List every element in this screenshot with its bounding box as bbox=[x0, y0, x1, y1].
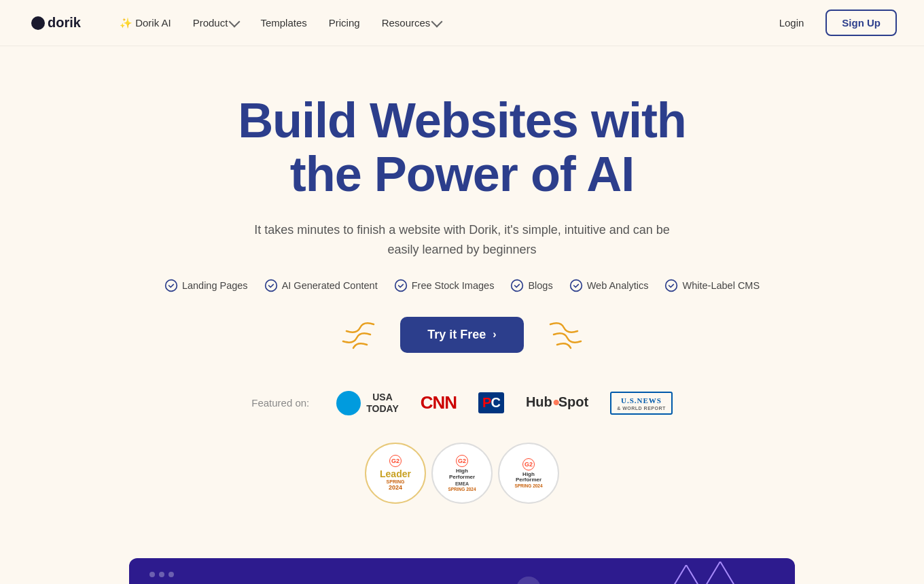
svg-text:dorik: dorik bbox=[48, 15, 82, 30]
feature-label: Landing Pages bbox=[182, 280, 248, 291]
g2-leader-badge: G2 Leader SPRING 2024 bbox=[365, 443, 426, 504]
g2-logo-icon: G2 bbox=[456, 455, 468, 467]
g2-high-performer-emea-badge: G2 HighPerformer EMEA SPRING 2024 bbox=[431, 443, 493, 504]
nav-links: ✨ Dorik AI Product Templates Pricing Res… bbox=[110, 12, 450, 35]
nav-resources[interactable]: Resources bbox=[372, 12, 451, 34]
preview-circle-decoration bbox=[516, 577, 541, 584]
check-icon bbox=[664, 279, 678, 292]
preview-dot bbox=[149, 572, 155, 577]
nav-templates[interactable]: Templates bbox=[251, 12, 316, 34]
usnews-logo: U.S.NEWS & WORLD REPORT bbox=[610, 392, 673, 415]
usatoday-circle bbox=[336, 391, 361, 415]
feature-ai-content: AI Generated Content bbox=[264, 279, 378, 292]
preview-dot bbox=[168, 572, 174, 577]
feature-label: Web Analytics bbox=[587, 280, 649, 291]
login-button[interactable]: Login bbox=[766, 12, 818, 34]
check-icon bbox=[264, 279, 278, 292]
pc-magazine-logo: PC bbox=[478, 392, 504, 413]
badge-season: SPRING bbox=[387, 479, 405, 484]
usnews-text: U.S.NEWS & WORLD REPORT bbox=[617, 395, 666, 411]
feature-label: Free Stock Images bbox=[412, 280, 495, 291]
badge-year: 2024 bbox=[389, 484, 402, 491]
logo[interactable]: dorik bbox=[27, 12, 88, 34]
arrow-right-icon: › bbox=[493, 328, 496, 341]
badge-title: HighPerformer bbox=[516, 472, 541, 484]
feature-white-label: White-Label CMS bbox=[664, 279, 760, 292]
usatoday-text: USATODAY bbox=[366, 392, 398, 415]
feature-web-analytics: Web Analytics bbox=[569, 279, 649, 292]
g2-logo-icon: G2 bbox=[389, 455, 402, 467]
nav-product[interactable]: Product bbox=[183, 12, 249, 34]
svg-point-6 bbox=[570, 280, 582, 292]
navbar: dorik ✨ Dorik AI Product Templates Prici… bbox=[0, 0, 924, 46]
hero-subtitle: It takes minutes to finish a website wit… bbox=[251, 220, 673, 260]
features-row: Landing Pages AI Generated Content Free … bbox=[27, 279, 897, 292]
svg-marker-9 bbox=[700, 562, 741, 584]
bottom-preview bbox=[129, 558, 795, 584]
feature-stock-images: Free Stock Images bbox=[394, 279, 495, 292]
hubspot-logo: Hub⦁Spot bbox=[526, 392, 588, 413]
preview-dot bbox=[159, 572, 164, 577]
usatoday-logo: USATODAY bbox=[336, 391, 398, 415]
badges-section: G2 Leader SPRING 2024 G2 HighPerformer E… bbox=[27, 443, 897, 504]
triangle-decoration-2 bbox=[700, 562, 741, 584]
featured-label: Featured on: bbox=[251, 397, 309, 409]
g2-logo-icon: G2 bbox=[522, 458, 535, 470]
badge-season: SPRING 2024 bbox=[514, 483, 542, 488]
featured-section: Featured on: USATODAY CNN PC Hub⦁Spot U.… bbox=[27, 391, 897, 415]
preview-dots bbox=[149, 572, 174, 577]
signup-button[interactable]: Sign Up bbox=[825, 10, 897, 36]
featured-logos: USATODAY CNN PC Hub⦁Spot U.S.NEWS & WORL… bbox=[336, 391, 673, 415]
svg-point-5 bbox=[512, 280, 523, 292]
navbar-right: Login Sign Up bbox=[766, 10, 897, 36]
squiggle-right-icon bbox=[544, 314, 598, 355]
nav-pricing[interactable]: Pricing bbox=[319, 12, 370, 34]
try-it-free-button[interactable]: Try it Free › bbox=[400, 317, 523, 353]
svg-point-2 bbox=[166, 280, 177, 292]
check-icon bbox=[510, 279, 524, 292]
feature-label: AI Generated Content bbox=[282, 280, 378, 291]
nav-dorik-ai[interactable]: ✨ Dorik AI bbox=[110, 12, 181, 35]
badge-subtitle: EMEA bbox=[455, 481, 469, 486]
cnn-logo: CNN bbox=[421, 392, 457, 413]
cta-container: Try it Free › bbox=[27, 317, 897, 353]
feature-label: Blogs bbox=[528, 280, 552, 291]
feature-blogs: Blogs bbox=[510, 279, 552, 292]
hero-section: Build Websites with the Power of AI It t… bbox=[0, 46, 924, 558]
svg-point-4 bbox=[395, 280, 406, 292]
check-icon bbox=[569, 279, 583, 292]
svg-point-3 bbox=[265, 280, 277, 292]
feature-label: White-Label CMS bbox=[682, 280, 760, 291]
svg-point-0 bbox=[31, 16, 45, 30]
navbar-left: dorik ✨ Dorik AI Product Templates Prici… bbox=[27, 12, 450, 35]
feature-landing-pages: Landing Pages bbox=[164, 279, 248, 292]
g2-high-performer-2024-badge: G2 HighPerformer SPRING 2024 bbox=[498, 443, 559, 504]
badge-season: SPRING 2024 bbox=[448, 487, 476, 492]
hero-title: Build Websites with the Power of AI bbox=[27, 94, 897, 201]
check-icon bbox=[394, 279, 408, 292]
check-icon bbox=[164, 279, 178, 292]
badge-title: Leader bbox=[380, 468, 411, 479]
chevron-down-icon bbox=[431, 16, 443, 28]
chevron-down-icon bbox=[229, 16, 241, 28]
svg-point-7 bbox=[666, 280, 677, 292]
squiggle-left-icon bbox=[326, 314, 380, 355]
badge-title: HighPerformer bbox=[449, 468, 475, 481]
